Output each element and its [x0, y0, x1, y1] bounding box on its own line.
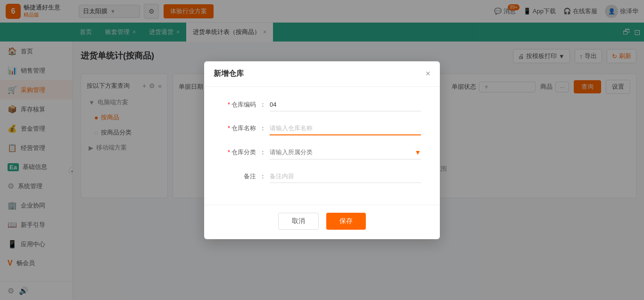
note-label: 备注 — [223, 172, 256, 181]
category-select[interactable]: ▼ — [270, 146, 421, 159]
modal-overlay: 新增仓库 × 仓库编码 ： 仓库名称 ： 仓库分类 ： ▼ — [0, 0, 644, 300]
add-warehouse-modal: 新增仓库 × 仓库编码 ： 仓库名称 ： 仓库分类 ： ▼ — [204, 61, 440, 239]
modal-close-btn[interactable]: × — [425, 69, 430, 78]
note-input[interactable] — [270, 170, 421, 183]
save-button[interactable]: 保存 — [326, 213, 366, 230]
category-input[interactable] — [270, 149, 414, 156]
code-input[interactable] — [270, 98, 421, 111]
modal-footer: 取消 保存 — [204, 205, 440, 239]
name-label: 仓库名称 — [223, 124, 256, 133]
name-input[interactable] — [270, 122, 421, 135]
code-label: 仓库编码 — [223, 100, 256, 109]
category-chevron-icon: ▼ — [414, 149, 421, 156]
modal-header: 新增仓库 × — [204, 61, 440, 87]
form-row-code: 仓库编码 ： — [223, 98, 421, 111]
modal-title: 新增仓库 — [214, 69, 244, 79]
cancel-button[interactable]: 取消 — [278, 213, 319, 230]
name-colon: ： — [260, 124, 266, 133]
form-row-name: 仓库名称 ： — [223, 122, 421, 135]
code-colon: ： — [260, 100, 266, 109]
category-colon: ： — [260, 148, 266, 157]
modal-body: 仓库编码 ： 仓库名称 ： 仓库分类 ： ▼ 备注 — [204, 87, 440, 205]
category-label: 仓库分类 — [223, 148, 256, 157]
form-row-note: 备注 ： — [223, 170, 421, 183]
form-row-category: 仓库分类 ： ▼ — [223, 146, 421, 159]
note-colon: ： — [260, 172, 266, 181]
